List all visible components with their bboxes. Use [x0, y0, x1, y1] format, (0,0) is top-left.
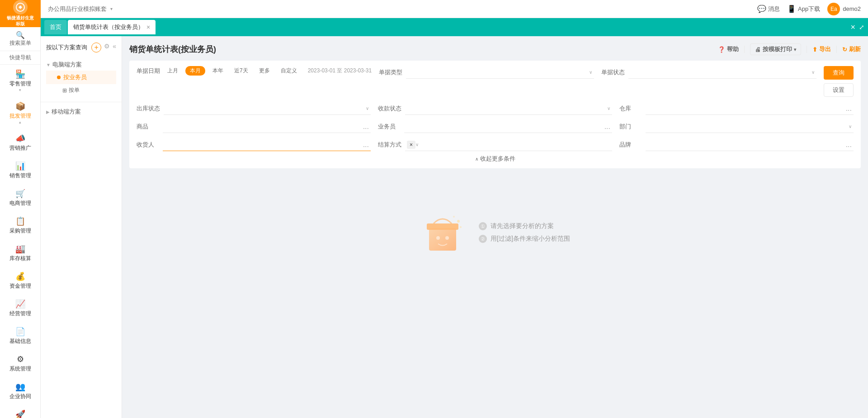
quick-nav[interactable]: 快捷导航 — [0, 51, 40, 65]
tab-close-icon[interactable]: × — [146, 24, 150, 31]
brand-field[interactable]: ... — [646, 138, 854, 151]
export-btn[interactable]: ⬆ 导出 — [812, 45, 831, 53]
refresh-btn[interactable]: ↻ 刷新 — [842, 45, 861, 53]
settings-scheme-btn[interactable]: ⚙ — [104, 43, 110, 52]
department-field[interactable]: ∨ — [646, 120, 854, 133]
search-menu[interactable]: 🔍 搜索菜单 — [0, 27, 40, 51]
empty-step-2: ② 用[过滤]条件来缩小分析范围 — [479, 235, 570, 243]
help-btn[interactable]: ❓ 帮助 — [718, 45, 739, 53]
goods-dots: ... — [363, 123, 369, 131]
top-header: 办公用品行业模拟账套 ▾ 💬 消息 📱 App下载 Ea demo2 — [41, 0, 868, 18]
query-button[interactable]: 查询 — [824, 66, 854, 80]
left-panel-title: 按以下方案查询 — [46, 43, 87, 52]
doc-type-field[interactable]: ∨ — [406, 66, 594, 79]
ecommerce-icon: 🛒 — [15, 189, 25, 199]
scheme-item-by-salesperson[interactable]: 按业务员 — [46, 71, 116, 84]
doc-type-label: 单据类型 — [379, 68, 402, 76]
sidebar: 畅捷通好生意 标版 🔍 搜索菜单 快捷导航 🏪 零售管理 ▾ 📦 批发管理 ▴ … — [0, 0, 41, 418]
date-range-display: 2023-03-01 至 2023-03-31 — [308, 67, 372, 75]
avatar-text: Ea — [830, 6, 837, 12]
tab-sales-stats[interactable]: 销货单统计表（按业务员） × — [68, 20, 156, 34]
grid-icon: ⊞ — [62, 87, 67, 94]
sidebar-item-operations[interactable]: 📈 经营管理 — [0, 294, 40, 322]
date-last-7-days[interactable]: 近7天 — [231, 66, 252, 76]
action-buttons: 查询 设置 — [824, 66, 854, 97]
receiver-field[interactable]: ... — [163, 138, 371, 151]
sidebar-item-marketing[interactable]: 📣 营销推广 — [0, 129, 40, 157]
pc-scheme-group: ▼ 电脑端方案 按业务员 ⊞ 按单 — [41, 57, 122, 98]
payment-status-group: 收款状态 ∨ — [378, 102, 612, 115]
pc-section-label: 电脑端方案 — [52, 61, 82, 69]
sidebar-item-marketing-label: 营销推广 — [9, 144, 31, 152]
sidebar-item-retail[interactable]: 🏪 零售管理 ▾ — [0, 65, 40, 97]
tab-home[interactable]: 首页 — [44, 20, 67, 34]
scheme-sub-item-label: 按单 — [69, 86, 80, 94]
out-status-group: 出库状态 ∨ — [137, 102, 371, 115]
date-more[interactable]: 更多 — [255, 66, 274, 76]
pc-group-arrow: ▼ — [46, 62, 51, 67]
page-title-text: 销货单统计表(按业务员) — [129, 44, 216, 55]
tab-bar: 首页 销货单统计表（按业务员） × × ⤢ — [41, 18, 868, 36]
salesperson-dots: ... — [604, 123, 610, 131]
refresh-icon: ↻ — [842, 46, 847, 53]
doc-status-field[interactable]: ∨ — [628, 66, 816, 79]
payment-status-label: 收款状态 — [378, 104, 401, 113]
empty-state-icon — [420, 210, 465, 255]
divider2 — [807, 46, 807, 53]
scheme-sub-item-by-order[interactable]: ⊞ 按单 — [46, 84, 116, 96]
left-panel-header: 按以下方案查询 + ⚙ « — [41, 40, 122, 55]
add-scheme-btn[interactable]: + — [91, 43, 101, 52]
message-btn[interactable]: 💬 消息 — [757, 5, 780, 13]
mobile-scheme-section: ▶ 移动端方案 — [41, 104, 122, 119]
warehouse-field[interactable]: ... — [646, 102, 854, 115]
tab-sales-stats-label: 销货单统计表（按业务员） — [73, 23, 144, 31]
empty-text-area: ① 请先选择要分析的方案 ② 用[过滤]条件来缩小分析范围 — [479, 222, 570, 243]
tab-home-label: 首页 — [50, 23, 61, 31]
collapse-panel-btn[interactable]: « — [113, 43, 116, 52]
sidebar-item-guide[interactable]: 🚀 新手引导 — [0, 405, 40, 418]
sidebar-item-sales[interactable]: 📊 销售管理 — [0, 157, 40, 184]
sidebar-item-inventory[interactable]: 🏭 库存核算 — [0, 239, 40, 267]
pc-scheme-group-header[interactable]: ▼ 电脑端方案 — [46, 59, 116, 71]
avatar: Ea — [827, 3, 840, 15]
sidebar-item-purchase[interactable]: 📋 采购管理 — [0, 212, 40, 239]
sidebar-item-enterprise-label: 企业协同 — [9, 393, 31, 400]
mobile-scheme-header[interactable]: ▶ 移动端方案 — [46, 106, 116, 118]
window-maximize-btn[interactable]: ⤢ — [859, 24, 864, 31]
svg-point-6 — [453, 216, 455, 218]
divider — [744, 46, 745, 53]
salesperson-field[interactable]: ... — [404, 120, 612, 133]
department-group: 部门 ∨ — [619, 120, 854, 133]
operations-icon: 📈 — [15, 299, 25, 309]
goods-field[interactable]: ... — [163, 120, 371, 133]
sidebar-item-finance[interactable]: 💰 资金管理 — [0, 267, 40, 294]
sidebar-item-wholesale[interactable]: 📦 批发管理 ▴ — [0, 97, 40, 129]
step2-num: ② — [479, 235, 487, 243]
settings-button[interactable]: 设置 — [824, 83, 854, 97]
sidebar-item-basic[interactable]: 📄 基础信息 — [0, 322, 40, 350]
app-download-btn[interactable]: 📱 App下载 — [787, 5, 820, 13]
settlement-tag-close[interactable]: × — [410, 142, 413, 148]
sidebar-item-enterprise[interactable]: 👥 企业协同 — [0, 377, 40, 405]
date-this-year[interactable]: 本年 — [209, 66, 227, 76]
workspace-selector[interactable]: 办公用品行业模拟账套 ▾ — [48, 5, 113, 13]
date-last-month[interactable]: 上月 — [164, 66, 182, 76]
sidebar-item-system[interactable]: ⚙ 系统管理 — [0, 350, 40, 377]
date-this-month[interactable]: 本月 — [185, 66, 205, 76]
enterprise-icon: 👥 — [15, 382, 25, 392]
date-custom[interactable]: 自定义 — [277, 66, 301, 76]
warehouse-group: 仓库 ... — [619, 102, 854, 115]
print-template-btn[interactable]: 🖨 按模板打印 ▾ — [750, 43, 801, 55]
payment-status-field[interactable]: ∨ — [405, 102, 612, 115]
sidebar-item-ecommerce[interactable]: 🛒 电商管理 — [0, 184, 40, 212]
user-menu[interactable]: Ea demo2 — [827, 3, 861, 15]
settlement-group: 结算方式 × ∨ — [378, 138, 612, 151]
pc-scheme-section: ▼ 电脑端方案 按业务员 ⊞ 按单 — [41, 55, 122, 100]
department-arrow: ∨ — [849, 124, 852, 129]
workspace-dropdown-arrow: ▾ — [110, 6, 113, 11]
window-close-btn[interactable]: × — [850, 23, 855, 32]
doc-type-group: 单据类型 ∨ — [379, 66, 594, 79]
out-status-field[interactable]: ∨ — [164, 102, 371, 115]
collapse-filters-btn[interactable]: ∧ 收起更多条件 — [137, 155, 854, 163]
settlement-field[interactable]: × ∨ — [405, 138, 612, 151]
